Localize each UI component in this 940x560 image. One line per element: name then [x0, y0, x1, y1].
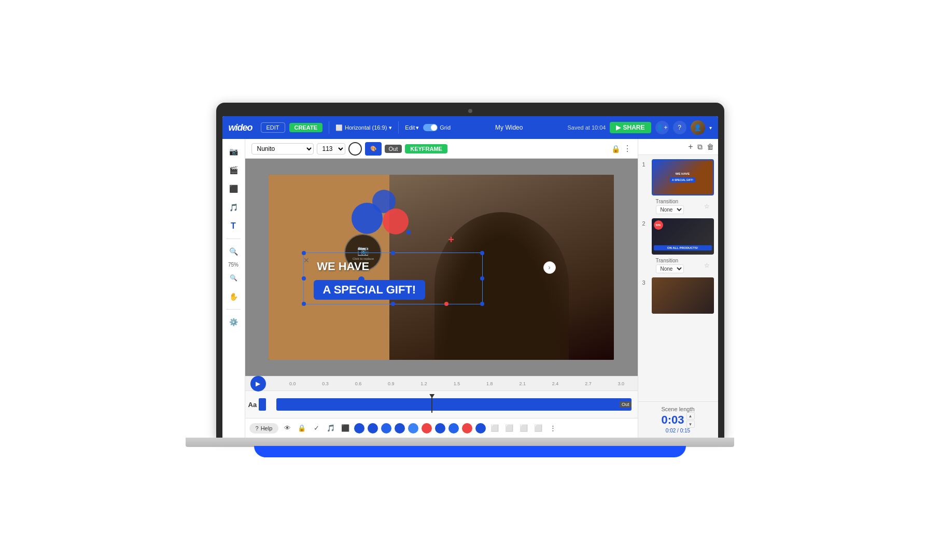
- shape-tool-button[interactable]: ⬛: [225, 180, 242, 197]
- scene-stepper: ▲ ▼: [686, 412, 695, 428]
- transition-row-2: Transition None ☆: [652, 258, 714, 276]
- duplicate-slide-icon[interactable]: ⧉: [697, 143, 703, 151]
- layout-label: Horizontal (16:9): [345, 124, 387, 131]
- toolbar-divider-2: [226, 309, 241, 310]
- expand-icon-3[interactable]: ⬜: [518, 423, 529, 434]
- question-icon: ?: [256, 425, 259, 431]
- style-circle-button[interactable]: [348, 142, 362, 156]
- scene-length-label: Scene length: [642, 406, 714, 412]
- scene-min: 0:02: [666, 428, 676, 433]
- eye-icon[interactable]: 👁: [282, 423, 293, 434]
- grid-toggle[interactable]: Grid: [423, 124, 451, 131]
- circle-blue-6[interactable]: [435, 423, 445, 433]
- add-user-button[interactable]: 👤+: [655, 121, 669, 134]
- add-slide-icon[interactable]: +: [688, 142, 693, 151]
- discount-badge: 50%: [654, 220, 663, 230]
- text-tool-button[interactable]: T: [225, 218, 242, 234]
- lock-icon[interactable]: 🔒: [611, 145, 620, 153]
- circle-blue-3[interactable]: [381, 423, 391, 433]
- slide-thumb-2[interactable]: 50% ON ALL PRODUCTS!: [652, 218, 714, 255]
- delete-marker: ✕: [303, 256, 310, 264]
- grid-label: Grid: [440, 124, 451, 131]
- circle-blue-2[interactable]: [368, 423, 378, 433]
- edit-dropdown-button[interactable]: Edit ▾: [405, 124, 419, 131]
- expand-icon-1[interactable]: ⬜: [489, 423, 500, 434]
- color-picker-button[interactable]: 🎨: [365, 142, 382, 156]
- slide-thumb-3[interactable]: [652, 277, 714, 314]
- circle-blue-8[interactable]: [475, 423, 486, 433]
- text-we-have[interactable]: WE HAVE: [317, 260, 369, 273]
- canvas-content[interactable]: 📷 Click to replace + WE HAVE A SPECIAL G…: [269, 175, 614, 359]
- photo-tool-button[interactable]: 📷: [225, 143, 242, 160]
- circle-red-2[interactable]: [462, 423, 472, 433]
- text-special-gift[interactable]: A SPECIAL GIFT!: [314, 280, 426, 300]
- layout-button[interactable]: ⬜ Horizontal (16:9) ▾: [335, 124, 392, 131]
- ruler-3.0: 3.0: [605, 381, 637, 386]
- circle-blue-7[interactable]: [448, 423, 459, 433]
- favorite-button-2[interactable]: ☆: [704, 262, 710, 269]
- scene-time-row: 0:03 ▲ ▼: [642, 412, 714, 428]
- edit-dropdown-label: Edit: [405, 124, 415, 131]
- zoom-in-button[interactable]: 🔍: [225, 243, 242, 260]
- music-tool-button[interactable]: 🎵: [225, 199, 242, 216]
- photo-timeline-icon[interactable]: ⬛: [340, 423, 351, 434]
- help-button[interactable]: ? Help: [249, 423, 279, 433]
- share-button[interactable]: ▶ SHARE: [610, 122, 651, 133]
- person-silhouette: [434, 212, 569, 360]
- zoom-out-button[interactable]: 🔍: [225, 270, 242, 286]
- scene-length-panel: Scene length 0:03 ▲ ▼ 0:02 /: [638, 401, 718, 438]
- transition-label-1: Transition None: [656, 199, 684, 214]
- more-options-icon[interactable]: ⋮: [623, 144, 632, 153]
- transition-label-2: Transition None: [656, 258, 684, 273]
- deco-plus: +: [448, 234, 454, 246]
- music-timeline-icon[interactable]: 🎵: [325, 423, 336, 434]
- track-segment[interactable]: Out: [276, 398, 632, 411]
- share-label: SHARE: [623, 124, 644, 131]
- more-timeline-icon[interactable]: ⋮: [547, 423, 558, 434]
- timeline-icons: ? Help 👁 🔒 ✓ 🎵 ⬛: [245, 418, 638, 438]
- chevron-down-icon: ▾: [389, 124, 392, 131]
- circle-blue-4[interactable]: [395, 423, 405, 433]
- help-button[interactable]: ?: [673, 121, 686, 134]
- nav-separator-1: [329, 121, 329, 134]
- expand-icon-2[interactable]: ⬜: [503, 423, 515, 434]
- project-title: My Wideo: [455, 124, 563, 131]
- scene-next-button[interactable]: ›: [543, 261, 556, 274]
- animation-out-button[interactable]: Out: [385, 145, 402, 153]
- laptop-foot: [254, 446, 686, 457]
- slide-thumb-content-1: WE HAVE A SPECIAL GIFT!: [653, 160, 713, 194]
- keyframe-button[interactable]: KEYFRAME: [405, 144, 447, 153]
- timeline-tracks: Aa Out: [245, 391, 638, 418]
- play-button[interactable]: ▶: [250, 376, 266, 391]
- create-button[interactable]: CREATE: [289, 123, 322, 132]
- ruler-0.0: 0.0: [276, 381, 309, 386]
- favorite-button-1[interactable]: ☆: [704, 203, 710, 210]
- play-icon: ▶: [616, 124, 621, 131]
- circle-blue-5[interactable]: [408, 423, 418, 433]
- font-selector[interactable]: Nunito: [251, 143, 314, 155]
- pan-tool-button[interactable]: ✋: [225, 288, 242, 305]
- toggle-pill[interactable]: [423, 124, 438, 131]
- ruler-1.2: 1.2: [408, 381, 440, 386]
- circle-red-1[interactable]: [422, 423, 432, 433]
- lock-timeline-icon[interactable]: 🔒: [296, 423, 307, 434]
- circle-blue-1[interactable]: [354, 423, 364, 433]
- avatar[interactable]: 👤: [691, 120, 705, 135]
- ruler-1.8: 1.8: [473, 381, 506, 386]
- timeline-ruler: ▶ 0.0 0.3 0.6 0.9 1.2 1.5 1.8 2.1: [245, 376, 638, 391]
- saved-status: Saved at 10:04: [567, 124, 606, 131]
- scene-decrement-button[interactable]: ▼: [686, 421, 695, 428]
- expand-icon-4[interactable]: ⬜: [532, 423, 544, 434]
- video-tool-button[interactable]: 🎬: [225, 162, 242, 178]
- font-size-selector[interactable]: 113: [317, 143, 345, 155]
- edit-button[interactable]: EDIT: [261, 122, 285, 133]
- settings-button[interactable]: ⚙️: [225, 314, 242, 330]
- camera-dot: [468, 109, 472, 113]
- slide-thumb-1[interactable]: WE HAVE A SPECIAL GIFT!: [652, 159, 714, 195]
- scene-increment-button[interactable]: ▲: [686, 412, 695, 419]
- slide-item-3: 3: [642, 277, 714, 314]
- center-area: Nunito 113 🎨 Out KEYFRAME 🔒 ⋮: [245, 139, 638, 438]
- transition-select-2[interactable]: None: [656, 264, 684, 273]
- transition-select-1[interactable]: None: [656, 205, 684, 214]
- delete-slide-icon[interactable]: 🗑: [707, 143, 714, 151]
